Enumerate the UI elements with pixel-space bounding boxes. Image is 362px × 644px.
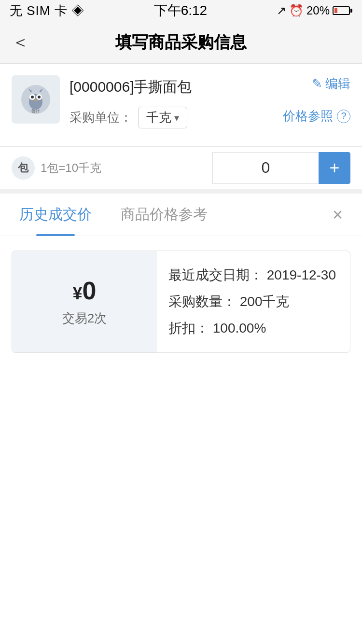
quantity-input-group: + xyxy=(212,152,350,184)
plus-icon: + xyxy=(329,158,339,178)
price-ref-label: 价格参照 xyxy=(283,108,333,125)
discount-label: 折扣： xyxy=(168,321,209,336)
tab-header: 历史成交价 商品价格参考 × xyxy=(0,194,362,236)
page-title: 填写商品采购信息 xyxy=(115,31,247,54)
price-amount: ¥0 xyxy=(73,276,97,305)
tab-close-button[interactable]: × xyxy=(333,205,343,225)
tab-active-indicator xyxy=(36,234,75,236)
latest-date-value: 2019-12-30 xyxy=(267,267,336,282)
tab-price-reference-label: 商品价格参考 xyxy=(121,205,208,224)
alarm-icon: ⏰ xyxy=(289,4,304,17)
unit-badge: 包 xyxy=(12,156,35,180)
status-time: 下午6:12 xyxy=(154,1,208,20)
history-card: ¥0 交易2次 最近成交日期： 2019-12-30 采购数量： 200千克 折… xyxy=(12,251,350,353)
product-info: [0000006]手撕面包 采购单位： 千克 ▾ xyxy=(70,75,192,128)
svg-text:鲁计: 鲁计 xyxy=(31,109,40,113)
product-thumbnail: 鲁计 xyxy=(12,75,60,124)
product-unit-row: 采购单位： 千克 ▾ xyxy=(70,107,192,128)
sim-status: 无 SIM 卡 ◈ xyxy=(10,3,84,18)
currency-symbol: ¥ xyxy=(73,283,83,303)
product-name: [0000006]手撕面包 xyxy=(70,77,192,97)
quantity-section: 包 1包=10千克 + xyxy=(0,146,362,194)
tab-price-reference[interactable]: 商品价格参考 xyxy=(121,194,208,236)
quantity-input[interactable] xyxy=(212,152,319,184)
edit-icon: ✎ xyxy=(312,76,322,91)
bottom-space xyxy=(0,367,362,644)
status-bar: 无 SIM 卡 ◈ 下午6:12 ↗ ⏰ 20% xyxy=(0,0,362,21)
product-card: 鲁计 [0000006]手撕面包 采购单位： 千克 ▾ ✎ 编辑 xyxy=(0,64,362,146)
status-left: 无 SIM 卡 ◈ xyxy=(10,2,84,19)
price-value: 0 xyxy=(83,277,97,305)
unit-conversion: 1包=10千克 xyxy=(41,160,101,176)
quantity-unit-info: 包 1包=10千克 xyxy=(12,156,101,180)
svg-point-4 xyxy=(31,96,34,98)
battery-icon xyxy=(333,6,352,15)
price-reference-button[interactable]: 价格参照 ? xyxy=(283,108,350,125)
edit-label: 编辑 xyxy=(325,75,350,92)
status-right: ↗ ⏰ 20% xyxy=(277,4,352,17)
quantity-plus-button[interactable]: + xyxy=(319,152,350,184)
product-logo-icon: 鲁计 xyxy=(19,83,53,116)
unit-label: 采购单位： xyxy=(70,109,132,126)
trade-count: 交易2次 xyxy=(62,310,107,327)
edit-button[interactable]: ✎ 编辑 xyxy=(312,75,350,92)
latest-date-row: 最近成交日期： 2019-12-30 xyxy=(168,266,338,284)
history-detail-column: 最近成交日期： 2019-12-30 采购数量： 200千克 折扣： 100.0… xyxy=(157,251,350,352)
purchase-qty-row: 采购数量： 200千克 xyxy=(168,292,338,311)
tab-list: 历史成交价 商品价格参考 xyxy=(19,194,208,236)
content-area: ¥0 交易2次 最近成交日期： 2019-12-30 采购数量： 200千克 折… xyxy=(0,236,362,367)
location-icon: ↗ xyxy=(277,4,286,17)
back-button[interactable]: ＜ xyxy=(12,30,29,54)
purchase-qty-value: 200千克 xyxy=(240,294,290,309)
nav-bar: ＜ 填写商品采购信息 xyxy=(0,21,362,64)
chevron-down-icon: ▾ xyxy=(174,112,179,124)
quantity-row: 包 1包=10千克 + xyxy=(0,146,362,189)
tab-history-price[interactable]: 历史成交价 xyxy=(19,194,92,236)
unit-value: 千克 xyxy=(146,109,171,126)
discount-row: 折扣： 100.00% xyxy=(168,319,338,337)
tab-history-price-label: 历史成交价 xyxy=(19,205,92,224)
svg-point-5 xyxy=(38,96,41,98)
tab-section: 历史成交价 商品价格参考 × xyxy=(0,194,362,236)
latest-date-label: 最近成交日期： xyxy=(168,267,263,282)
help-icon: ? xyxy=(337,110,350,123)
discount-value: 100.00% xyxy=(213,321,266,336)
purchase-qty-label: 采购数量： xyxy=(168,294,236,309)
history-price-column: ¥0 交易2次 xyxy=(12,251,157,352)
battery-percent: 20% xyxy=(306,4,330,17)
unit-select-button[interactable]: 千克 ▾ xyxy=(138,107,187,128)
